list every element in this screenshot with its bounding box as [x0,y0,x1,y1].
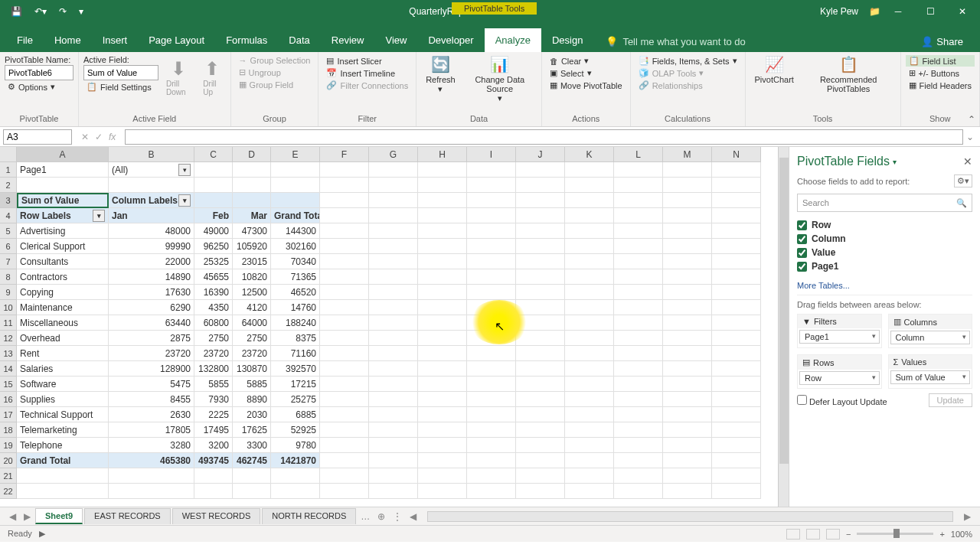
data-cell[interactable]: 96250 [194,239,233,254]
tab-formulas[interactable]: Formulas [215,28,278,52]
cell[interactable] [271,484,320,499]
cell[interactable] [369,223,418,239]
zoom-level[interactable]: 100% [951,530,972,539]
tab-design[interactable]: Design [541,28,593,52]
col-header-I[interactable]: I [467,147,516,162]
more-sheets-icon[interactable]: … [358,511,373,522]
cell[interactable] [418,269,467,285]
column-labels-cell[interactable]: Column Labels▾ [109,193,194,208]
cell[interactable] [418,453,467,468]
cell[interactable] [194,484,233,499]
row-total[interactable]: 392570 [271,361,320,377]
cell[interactable] [516,315,565,331]
cell[interactable] [467,254,516,269]
data-cell[interactable]: 2875 [109,331,194,346]
cell[interactable] [194,178,233,193]
cell[interactable] [467,361,516,377]
cell[interactable] [663,285,712,300]
row-header[interactable]: 15 [0,377,17,392]
cell[interactable] [320,392,369,407]
sheet-tab[interactable]: WEST RECORDS [172,508,261,524]
data-cell[interactable]: 3200 [194,438,233,453]
row-total[interactable]: 25275 [271,392,320,407]
cell[interactable] [614,453,663,468]
cell[interactable] [565,254,614,269]
cell[interactable] [712,453,761,468]
user-name[interactable]: Kyle Pew [820,6,866,17]
cell[interactable] [418,361,467,377]
cell[interactable] [663,254,712,269]
row-label[interactable]: Contractors [17,269,109,285]
cell[interactable] [565,438,614,453]
zoom-in-icon[interactable]: + [939,530,944,539]
new-sheet-icon[interactable]: ⊕ [374,511,388,522]
month-header[interactable]: Mar [233,208,271,223]
cell[interactable] [320,315,369,331]
cell[interactable] [712,331,761,346]
row-label[interactable]: Supplies [17,392,109,407]
field-settings-button[interactable]: 📋Field Settings [83,81,158,93]
cell[interactable] [467,468,516,484]
cell[interactable] [614,438,663,453]
data-cell[interactable]: 2750 [233,331,271,346]
cell[interactable] [271,178,320,193]
row-header[interactable]: 20 [0,453,17,468]
row-label[interactable]: Maintenance [17,300,109,315]
tab-review[interactable]: Review [321,28,375,52]
defer-checkbox[interactable]: Defer Layout Update [797,395,887,406]
data-cell[interactable]: 130870 [233,361,271,377]
page-filter[interactable]: (All)▾ [109,162,194,178]
row-total[interactable]: 9780 [271,438,320,453]
cell[interactable] [712,193,761,208]
field-list-button[interactable]: 📋 Field List [906,55,975,67]
data-cell[interactable]: 63440 [109,315,194,331]
row-header[interactable]: 2 [0,178,17,193]
row-total[interactable]: 302160 [271,239,320,254]
close-pane-icon[interactable]: ✕ [963,155,972,168]
row-header[interactable]: 10 [0,300,17,315]
cell[interactable] [418,377,467,392]
cell[interactable] [233,484,271,499]
cell[interactable] [418,178,467,193]
cell[interactable] [369,162,418,178]
grand-total-all[interactable]: 1421870 [271,453,320,468]
cell[interactable] [109,178,194,193]
grand-total-header[interactable]: Grand Total [271,208,320,223]
cell[interactable] [614,346,663,361]
data-cell[interactable]: 5855 [194,377,233,392]
row-label[interactable]: Consultants [17,254,109,269]
row-header[interactable]: 18 [0,422,17,438]
cell[interactable] [663,392,712,407]
cell[interactable] [565,162,614,178]
data-cell[interactable]: 23720 [194,346,233,361]
col-header-K[interactable]: K [565,147,614,162]
row-total[interactable]: 52925 [271,422,320,438]
cell[interactable] [369,468,418,484]
row-label[interactable]: Miscellaneous [17,315,109,331]
cell[interactable] [320,269,369,285]
cell[interactable] [614,422,663,438]
data-cell[interactable]: 64000 [233,315,271,331]
cell[interactable] [663,346,712,361]
row-header[interactable]: 22 [0,484,17,499]
cell[interactable] [369,178,418,193]
cell[interactable] [516,239,565,254]
nav-left-icon[interactable]: ◀ [6,511,19,522]
fx-icon[interactable]: fx [109,132,116,142]
cell[interactable] [712,285,761,300]
cell[interactable] [418,468,467,484]
field-item[interactable]: Value [797,246,972,259]
row-label[interactable]: Rent [17,346,109,361]
cell[interactable] [614,468,663,484]
cell[interactable] [418,285,467,300]
cell[interactable] [614,407,663,422]
cell[interactable] [467,346,516,361]
cell[interactable] [418,239,467,254]
change-data-source-button[interactable]: 📊Change Data Source▾ [463,55,537,103]
cell[interactable] [663,178,712,193]
cell[interactable] [712,392,761,407]
row-header[interactable]: 12 [0,331,17,346]
normal-view-icon[interactable] [786,529,800,540]
month-header[interactable]: Feb [194,208,233,223]
cell[interactable] [565,361,614,377]
